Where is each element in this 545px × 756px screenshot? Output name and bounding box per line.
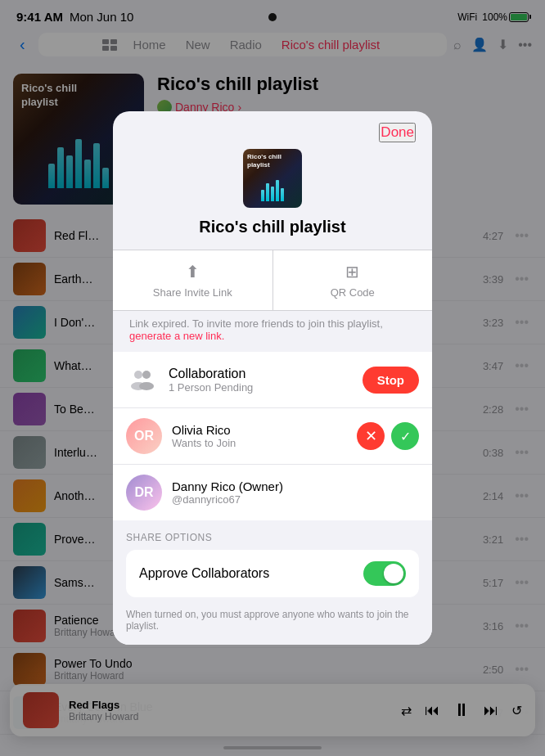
approve-collaborators-toggle[interactable] [363,561,406,586]
collaboration-header: Collaboration 1 Person Pending Stop [113,352,432,408]
olivia-avatar: OR [126,418,162,454]
accept-button[interactable]: ✓ [391,422,419,450]
olivia-info: Olivia Rico Wants to Join [172,423,357,449]
danny-info: Danny Rico (Owner) @dannyrico67 [172,479,419,506]
modal-done-button[interactable]: Done [379,123,416,142]
approve-collaborators-title: Approve Collaborators [139,566,363,581]
collaboration-icon [128,365,157,394]
modal-art-bars [261,180,284,201]
modal-overlay: Done Rico's chillplaylist Rico's chill p… [0,0,545,756]
collab-text: Collaboration 1 Person Pending [169,367,363,394]
modal-bar-3 [271,187,274,201]
qr-code-button[interactable]: ⊞ QR Code [273,250,433,310]
olivia-name: Olivia Rico [172,423,357,437]
app-background: 9:41 AM Mon Jun 10 WiFi 100% ‹ Home [0,0,545,756]
danny-initials: DR [134,485,153,500]
collaboration-section: Collaboration 1 Person Pending Stop OR O… [113,352,432,520]
olivia-status: Wants to Join [172,437,357,449]
collab-title: Collaboration [169,367,363,381]
svg-point-0 [134,371,142,379]
modal-share-row: ⬆ Share Invite Link ⊞ QR Code [113,250,432,311]
share-link-icon: ⬆ [186,262,200,281]
share-invite-link-button[interactable]: ⬆ Share Invite Link [113,250,273,310]
modal-bar-4 [276,180,279,201]
modal-bar-1 [261,190,264,201]
qr-code-icon: ⊞ [345,262,359,281]
danny-name: Danny Rico (Owner) [172,479,419,493]
generate-new-link[interactable]: generate a new link. [129,330,224,342]
reject-button[interactable]: ✕ [357,422,385,450]
toggle-knob [384,564,403,583]
person-row-olivia: OR Olivia Rico Wants to Join ✕ ✓ [113,408,432,465]
collaboration-modal: Done Rico's chillplaylist Rico's chill p… [113,111,432,645]
collab-icon-wrap [126,363,159,396]
olivia-initials: OR [134,429,154,443]
link-expired-text: Link expired. To invite more friends to … [129,317,383,330]
share-options-row: Approve Collaborators [126,550,419,597]
share-options-description: When turned on, you must approve anyone … [113,602,432,645]
link-expired-notice: Link expired. To invite more friends to … [113,311,432,352]
collab-subtitle: 1 Person Pending [169,381,363,394]
modal-bar-5 [281,188,284,201]
share-link-label: Share Invite Link [153,286,232,299]
modal-artwork-section: Rico's chillplaylist Rico's chill playli… [113,142,432,250]
share-options-label: SHARE OPTIONS [126,532,419,543]
modal-art-image: Rico's chillplaylist [243,149,302,208]
svg-point-1 [142,371,151,379]
modal-art-title: Rico's chillplaylist [247,153,282,170]
qr-code-label: QR Code [331,286,375,299]
share-options-text: Approve Collaborators [139,566,363,581]
person-row-danny: DR Danny Rico (Owner) @dannyrico67 [113,465,432,520]
stop-collaboration-button[interactable]: Stop [363,367,419,394]
share-options-section: SHARE OPTIONS Approve Collaborators [113,520,432,602]
modal-bar-2 [266,183,269,201]
svg-point-3 [139,382,154,390]
modal-header: Done [113,111,432,142]
danny-handle: @dannyrico67 [172,493,419,506]
danny-avatar: DR [126,475,162,511]
modal-playlist-title: Rico's chill playlist [199,218,345,236]
olivia-actions: ✕ ✓ [357,422,419,450]
